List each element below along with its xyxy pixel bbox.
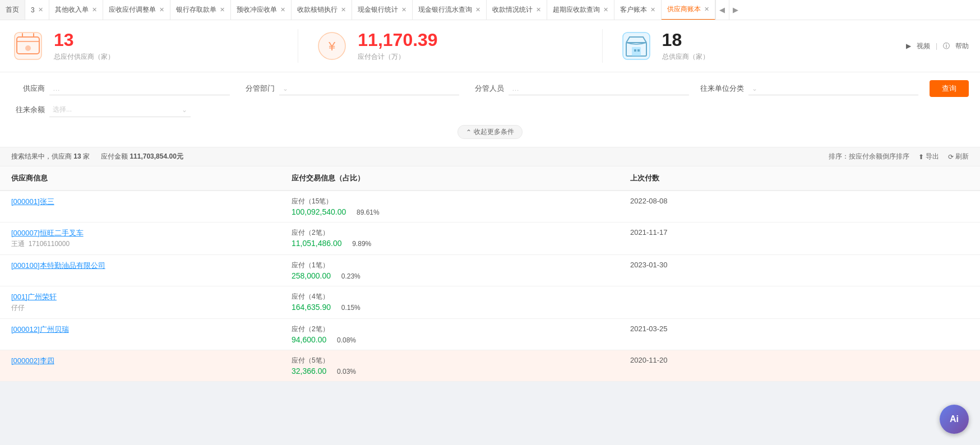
nav-tab-cash-stat[interactable]: 现金银行统计 ✕: [352, 0, 413, 20]
result-supplier-count: 搜索结果中，供应商 13 家: [11, 152, 90, 161]
nav-tab-receipt-stat[interactable]: 收款情况统计 ✕: [487, 0, 547, 20]
last-pay-2: 2023-01-30: [630, 261, 969, 269]
nav-tab-receipt-stat-label: 收款情况统计: [492, 5, 533, 15]
tx-amount-3[interactable]: 164,635.90: [292, 303, 331, 312]
dept-select[interactable]: ⌄: [279, 82, 460, 95]
refresh-button[interactable]: ⟳ 刷新: [948, 152, 969, 161]
supplier-link-1[interactable]: [000007]恒旺二手叉车: [11, 229, 84, 237]
supplier-input[interactable]: [49, 82, 230, 95]
top-right-links: ▶ 视频 | ⓘ 帮助: [906, 41, 969, 51]
close-icon[interactable]: ✕: [159, 6, 164, 13]
chevron-down-icon: ⌄: [752, 85, 757, 92]
nav-tab-cash-flow-label: 现金银行流水查询: [418, 5, 472, 15]
divider: |: [936, 42, 937, 50]
nav-tab-pre-receipt[interactable]: 预收冲应收单 ✕: [231, 0, 292, 20]
supplier-info-1: [000007]恒旺二手叉车 王通 17106110000: [11, 228, 292, 249]
summary-label-total: 总供应商（家）: [662, 52, 709, 62]
close-icon[interactable]: ✕: [475, 6, 480, 13]
query-button[interactable]: 查询: [930, 80, 969, 97]
person-input[interactable]: [509, 82, 689, 95]
supplier-link-2[interactable]: [000100]本特勤油品有限公司: [11, 261, 105, 270]
tx-amount-5[interactable]: 32,366.00: [292, 367, 326, 376]
summary-num-suppliers: 13: [54, 30, 114, 50]
nav-tab-home[interactable]: 首页: [0, 0, 25, 20]
supplier-link-0[interactable]: [000001]张三: [11, 197, 54, 206]
summary-label-amount: 应付合计（万）: [358, 52, 437, 62]
category-select[interactable]: ⌄: [748, 82, 919, 95]
table-row: [001]广州荣轩 仔仔 应付（4笔） 164,635.90 0.15%: [0, 286, 980, 319]
close-icon[interactable]: ✕: [341, 6, 346, 13]
supplier-link-3[interactable]: [001]广州荣轩: [11, 293, 57, 301]
close-icon[interactable]: ✕: [401, 6, 406, 13]
filter-category: 往来单位分类 ⌄: [700, 82, 919, 95]
nav-tab-customer-label: 客户账本: [620, 5, 647, 15]
balance-select[interactable]: 选择... ⌄: [49, 103, 191, 117]
video-link[interactable]: 视频: [917, 41, 930, 51]
table-header: 供应商信息 应付交易信息（占比） 上次付数: [0, 166, 980, 191]
last-pay-date-0: 2022-08-08: [630, 197, 668, 205]
nav-tab-ar-ap-label: 应收应付调整单: [109, 5, 156, 15]
col-header-tx: 应付交易信息（占比）: [292, 173, 630, 183]
nav-tab-ar-ap[interactable]: 应收应付调整单 ✕: [103, 0, 170, 20]
nav-tab-bank[interactable]: 银行存取款单 ✕: [170, 0, 231, 20]
tx-info-3: 应付（4笔） 164,635.90 0.15%: [292, 292, 630, 312]
supplier-link-4[interactable]: [000012]广州贝瑞: [11, 325, 69, 333]
result-actions: 排序：按应付余额倒序排序 ⬆ 导出 ⟳ 刷新: [829, 152, 969, 161]
refresh-icon: ⟳: [948, 153, 954, 161]
supplier-info-0: [000001]张三: [11, 197, 292, 207]
export-icon: ⬆: [918, 153, 924, 161]
result-count-unit: 家: [83, 152, 90, 160]
nav-tab-overdue[interactable]: 超期应收款查询 ✕: [547, 0, 614, 20]
tx-label-0: 应付（15笔）: [292, 197, 630, 206]
nav-tab-supplier[interactable]: 供应商账本 ✕: [662, 0, 715, 20]
result-amount-label: 应付金额: [101, 152, 128, 160]
tx-amount-2[interactable]: 258,000.00: [292, 271, 331, 280]
close-icon[interactable]: ✕: [220, 6, 225, 13]
tx-info-5: 应付（5笔） 32,366.00 0.03%: [292, 356, 630, 376]
tx-amount-1[interactable]: 11,051,486.00: [292, 239, 342, 248]
tx-amount-0[interactable]: 100,092,540.00: [292, 207, 346, 216]
export-button[interactable]: ⬆ 导出: [918, 152, 939, 161]
balance-placeholder: 选择...: [53, 105, 72, 114]
nav-left-arrow[interactable]: ◀: [715, 0, 729, 20]
filter-balance: 往来余额 选择... ⌄: [11, 103, 191, 117]
supplier-link-5[interactable]: [000002]李四: [11, 356, 54, 365]
ai-button[interactable]: Ai: [940, 405, 969, 434]
nav-tab-cash-flow[interactable]: 现金银行流水查询 ✕: [413, 0, 487, 20]
last-pay-date-4: 2021-03-25: [630, 325, 668, 333]
close-icon[interactable]: ✕: [536, 6, 541, 13]
close-icon[interactable]: ✕: [650, 6, 655, 13]
result-count-num: 13: [73, 152, 81, 160]
supplier-filter-label: 供应商: [11, 84, 45, 94]
nav-tab-customer[interactable]: 客户账本 ✕: [614, 0, 662, 20]
summary-text-suppliers: 13 总应付供应商（家）: [54, 30, 114, 62]
close-icon[interactable]: ✕: [280, 6, 285, 13]
summary-num-amount: 11,170.39: [358, 30, 437, 50]
nav-tab-cash-stat-label: 现金银行统计: [358, 5, 398, 15]
tx-pct-5: 0.03%: [333, 368, 356, 376]
col-header-supplier: 供应商信息: [11, 173, 292, 183]
table: 供应商信息 应付交易信息（占比） 上次付数 [000001]张三 应付（15笔）…: [0, 166, 980, 382]
close-icon[interactable]: ✕: [704, 6, 709, 13]
collapse-button[interactable]: ⌃ 收起更多条件: [457, 125, 523, 139]
tx-pct-3: 0.15%: [338, 304, 360, 312]
help-link[interactable]: 帮助: [955, 41, 969, 51]
tx-info-1: 应付（2笔） 11,051,486.00 9.89%: [292, 228, 630, 248]
close-icon[interactable]: ✕: [92, 6, 97, 13]
nav-right-arrow[interactable]: ▶: [729, 0, 742, 20]
nav-tab-receipt-verify[interactable]: 收款核销执行 ✕: [292, 0, 352, 20]
result-amount: 应付金额 111,703,854.00元: [101, 152, 183, 161]
nav-tab-other-income[interactable]: 其他收入单 ✕: [49, 0, 103, 20]
sort-label[interactable]: 排序：按应付余额倒序排序: [829, 152, 909, 161]
close-icon[interactable]: ✕: [603, 6, 608, 13]
tx-label-4: 应付（2笔）: [292, 325, 630, 334]
result-supplier-count-prefix: 搜索结果中，供应商: [11, 152, 72, 160]
supplier-info-3: [001]广州荣轩 仔仔: [11, 292, 292, 313]
nav-tab-3[interactable]: 3 ✕: [25, 0, 49, 20]
supplier-sub-1: 王通 17106110000: [11, 239, 292, 249]
tx-amount-4[interactable]: 94,600.00: [292, 335, 326, 344]
tx-pct-4: 0.08%: [333, 336, 356, 344]
nav-tab-3-label: 3: [31, 6, 35, 14]
tx-pct-0: 89.61%: [353, 208, 379, 216]
close-icon[interactable]: ✕: [38, 6, 43, 13]
